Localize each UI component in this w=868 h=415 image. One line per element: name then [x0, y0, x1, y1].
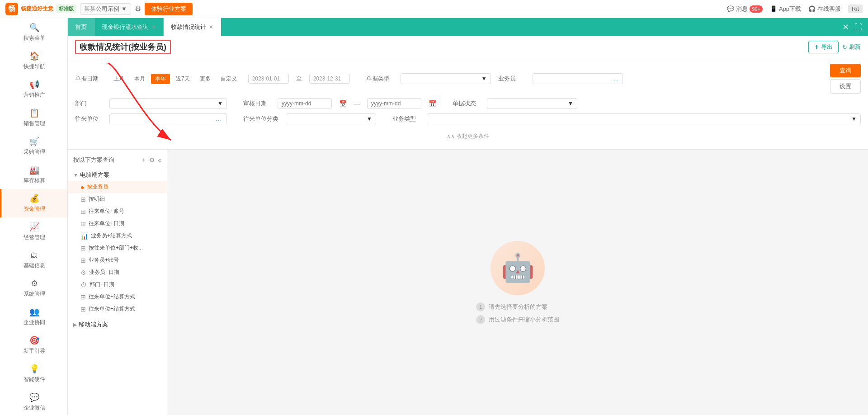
sidebar-item-guide[interactable]: 🎯 新手引导 — [0, 331, 67, 359]
sm-date-icon: ⚙ — [80, 269, 86, 276]
desktop-section-header[interactable]: ▼ 电脑端方案 — [68, 169, 167, 181]
scheme-counterparty-account-label: 往来单位+账号 — [89, 208, 124, 215]
date-tab-this-month[interactable]: 本月 — [130, 74, 149, 84]
mobile-section-header[interactable]: ▶ 移动端方案 — [68, 319, 167, 330]
scheme-salesman-settlement[interactable]: 📊 业务员+结算方式 — [68, 230, 167, 242]
scheme-counterparty-date[interactable]: ⊞ 往来单位+日期 — [68, 217, 167, 230]
scheme-cp-settlement-1[interactable]: ⊞ 往来单位+结算方式 — [68, 291, 167, 303]
top-bar: 畅 畅捷通好生意 标准版 某某公司示例 ▼ ⚙ 体验行业方案 💬 消息 99+ … — [0, 0, 868, 18]
voucher-type-select[interactable]: ▼ — [401, 73, 491, 84]
date-end-input[interactable]: 2023-12-31 — [309, 74, 350, 84]
app-name: 畅捷通好生意 — [21, 5, 53, 13]
review-date-start[interactable] — [278, 98, 332, 109]
sidebar-item-nav[interactable]: 🏠 快捷导航 — [0, 47, 67, 75]
download-icon: 📱 — [770, 5, 777, 12]
tab-collection-label: 收款情况统计 — [171, 23, 206, 31]
review-date-end[interactable] — [367, 98, 421, 109]
left-panel-buttons: ＋ ⚙ « — [140, 156, 161, 164]
message-button[interactable]: 💬 消息 99+ — [727, 5, 763, 13]
sidebar-item-wechat[interactable]: 💬 企业微信 — [0, 388, 67, 415]
sidebar-item-inventory[interactable]: 🏭 库存核算 — [0, 160, 67, 189]
date-tab-custom[interactable]: 自定义 — [217, 74, 241, 84]
date-tab-more[interactable]: 更多 — [196, 74, 215, 84]
refresh-button[interactable]: ↻ 刷新 — [842, 41, 861, 53]
tab-collection[interactable]: 收款情况统计 ✕ — [164, 18, 221, 36]
user-avatar[interactable]: Rit — [848, 5, 863, 13]
date-tab-last-month[interactable]: 上月 — [109, 74, 128, 84]
tab-home[interactable]: 首页 — [68, 18, 94, 36]
message-label: 消息 — [736, 5, 748, 13]
set-button[interactable]: 设置 — [830, 79, 861, 94]
chevron-down-icon: ▼ — [481, 75, 487, 82]
empty-illustration: 🤖 — [491, 241, 545, 295]
scheme-counterparty-date-label: 往来单位+日期 — [89, 220, 124, 227]
salesman-select[interactable]: … — [533, 73, 623, 84]
empty-step-2: 2 用过滤条件来缩小分析范围 — [476, 315, 559, 324]
scheme-cp-settlement-2-label: 往来单位+结算方式 — [89, 305, 135, 313]
dept-date-icon: ⏱ — [80, 281, 87, 288]
collapse-bar[interactable]: ∧∧ 收起更多条件 — [75, 129, 861, 144]
date-tab-this-year[interactable]: 本年 — [151, 74, 170, 84]
chevron-down-icon: ▼ — [851, 116, 857, 122]
sidebar-item-marketing[interactable]: 📢 营销推广 — [0, 75, 67, 104]
tab-cashflow[interactable]: 现金银行流水查询 ✕ — [94, 18, 164, 36]
sidebar-item-system[interactable]: ⚙ 系统管理 — [0, 274, 67, 302]
add-scheme-button[interactable]: ＋ — [140, 156, 146, 164]
empty-state: 🤖 1 请先选择要分析的方案 2 用过滤条件来缩小分析范围 — [167, 150, 868, 415]
settings-button[interactable]: ⚙ — [135, 5, 141, 13]
step-1-label: 请先选择要分析的方案 — [489, 303, 547, 311]
export-button[interactable]: ⬆ 导出 — [808, 41, 839, 53]
date-tab-7days[interactable]: 近7天 — [172, 74, 194, 84]
split-content: 按以下方案查询 ＋ ⚙ « ▼ 电脑端方案 ● 按业务员 — [68, 150, 868, 415]
scheme-counterparty-account[interactable]: ⊞ 往来单位+账号 — [68, 205, 167, 217]
counter-party-input[interactable]: … — [109, 113, 227, 124]
scheme-settings-button[interactable]: ⚙ — [149, 156, 155, 164]
date-tabs: 上月 本月 本年 近7天 更多 自定义 — [109, 74, 241, 84]
scheme-salesman-account[interactable]: ⊞ 业务员+账号 — [68, 254, 167, 266]
online-service-button[interactable]: 🎧 在线客服 — [808, 5, 841, 13]
expand-arrow-icon: ▼ — [73, 172, 78, 178]
sidebar-item-sales[interactable]: 📋 销售管理 — [0, 104, 67, 132]
company-selector[interactable]: 某某公司示例 ▼ — [80, 3, 131, 15]
sales-icon: 📋 — [29, 108, 39, 118]
dept-select[interactable]: ▼ — [109, 98, 227, 109]
counter-party-cat-label: 往来单位分类 — [243, 115, 278, 123]
left-panel-title: 按以下方案查询 — [73, 156, 114, 164]
review-date-sep: — — [354, 100, 360, 107]
salesman-label: 业务员 — [498, 75, 525, 83]
query-button[interactable]: 查询 — [830, 64, 861, 77]
system-icon: ⚙ — [31, 278, 38, 288]
sidebar-item-finance[interactable]: 💰 资金管理 — [0, 189, 67, 217]
app-download-button[interactable]: 📱 App下载 — [770, 5, 801, 13]
sidebar-item-purchase[interactable]: 🛒 采购管理 — [0, 132, 67, 160]
sidebar-item-operations[interactable]: 📈 经营管理 — [0, 217, 67, 246]
sidebar-item-basics[interactable]: 🗂 基础信息 — [0, 246, 67, 274]
scheme-by-salesman[interactable]: ● 按业务员 — [68, 181, 167, 193]
scheme-salesman-date[interactable]: ⚙ 业务员+日期 — [68, 266, 167, 278]
step-2-label: 用过滤条件来缩小分析范围 — [489, 316, 559, 324]
trial-button[interactable]: 体验行业方案 — [145, 3, 193, 15]
scheme-counterparty-dept[interactable]: ⊞ 按往来单位+部门+收... — [68, 242, 167, 254]
sidebar-item-hardware[interactable]: 💡 智能硬件 — [0, 359, 67, 388]
counter-party-cat-select[interactable]: ▼ — [286, 113, 376, 124]
date-start-input[interactable]: 2023-01-01 — [248, 74, 289, 84]
mobile-section-label: 移动端方案 — [79, 321, 108, 329]
filter-row-2: 部门 ▼ 审核日期 📅 — 📅 单据状态 ▼ — [75, 98, 861, 109]
tab-fullscreen-button[interactable]: ⛶ — [854, 23, 863, 32]
sidebar-item-collab[interactable]: 👥 企业协同 — [0, 302, 67, 331]
scheme-dept-date[interactable]: ⏱ 部门+日期 — [68, 278, 167, 291]
chevron-down-icon: ▼ — [217, 100, 223, 107]
collapse-panel-button[interactable]: « — [158, 156, 161, 164]
scheme-cp-settlement-1-label: 往来单位+结算方式 — [89, 293, 135, 301]
salesman-settle-icon: 📊 — [80, 232, 88, 240]
scheme-by-detail[interactable]: ⊞ 按明细 — [68, 193, 167, 205]
voucher-status-select[interactable]: ▼ — [487, 98, 577, 109]
scheme-cp-settlement-2[interactable]: ⊞ 往来单位+结算方式 — [68, 303, 167, 315]
tab-cashflow-close[interactable]: ✕ — [151, 24, 156, 30]
dropdown-icon: ▼ — [121, 5, 127, 12]
tab-close-all-button[interactable]: ✕ — [842, 22, 849, 32]
sidebar-item-search[interactable]: 🔍 搜索菜单 — [0, 18, 67, 47]
tab-collection-close[interactable]: ✕ — [209, 24, 213, 30]
step-num-2: 2 — [476, 315, 485, 324]
business-type-select[interactable]: ▼ — [427, 113, 861, 124]
